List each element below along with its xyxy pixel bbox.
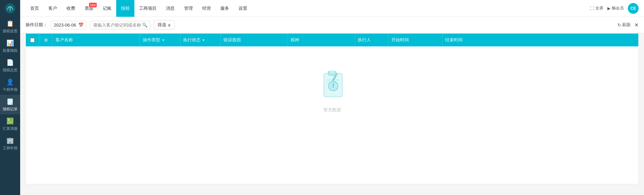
- sidebar: 📋 报税设置 📊 批量报税 📄 报税总览 👤 个税申报 🗒️ 报税记录 💹 汇算…: [0, 0, 20, 195]
- topnav: 首页客户收费票据new记账报税工商项目消息管理经营服务设置 ⛶ 全屏 ▶ 畅会员…: [20, 0, 644, 17]
- fullscreen-label: 全屏: [595, 5, 603, 11]
- sidebar-item-label: 个税申报: [3, 87, 17, 92]
- refresh-label: 刷新: [622, 22, 631, 28]
- settings-icon: ⚙: [44, 38, 48, 43]
- search-input[interactable]: [93, 23, 141, 28]
- close-button[interactable]: ✕: [634, 22, 639, 28]
- search-icon: 🔍: [142, 23, 147, 28]
- sidebar-item-label: 工商年报: [3, 146, 17, 151]
- th-settings[interactable]: ⚙: [39, 34, 53, 46]
- th-end-time: 结束时间: [442, 34, 483, 46]
- th-executor: 执行人: [355, 34, 389, 46]
- empty-illustration: !: [315, 67, 349, 104]
- sidebar-item-label: 批量报税: [3, 48, 17, 53]
- toolbar-right: ↻ 刷新 ✕: [617, 22, 639, 28]
- sidebar-item-tax-records[interactable]: 🗒️ 报税记录: [0, 95, 20, 114]
- topnav-item-home[interactable]: 首页: [26, 0, 44, 17]
- date-input[interactable]: 2023-06-06 📅: [51, 21, 87, 29]
- sidebar-item-tax-settings[interactable]: 📋 报税设置: [0, 17, 20, 36]
- topnav-item-business[interactable]: 工商项目: [134, 0, 161, 17]
- topnav-item-settings[interactable]: 设置: [234, 0, 252, 17]
- fullscreen-icon: ⛶: [590, 6, 594, 11]
- sort-icon: ▼: [202, 38, 205, 42]
- sort-icon: ▼: [162, 38, 165, 42]
- tax-overview-icon: 📄: [6, 58, 14, 67]
- date-value: 2023-06-06: [54, 23, 76, 28]
- reconciliation-icon: 💹: [6, 117, 14, 125]
- select-all-checkbox[interactable]: [30, 38, 35, 42]
- main-wrapper: 首页客户收费票据new记账报税工商项目消息管理经营服务设置 ⛶ 全屏 ▶ 畅会员…: [20, 0, 644, 195]
- annual-report-icon: 🏢: [6, 136, 14, 145]
- personal-tax-icon: 👤: [6, 78, 14, 86]
- th-operation-type[interactable]: 操作类型 ▼: [140, 34, 180, 46]
- date-label: 操作日期：: [26, 22, 47, 28]
- content: 操作日期： 2023-06-06 📅 🔍 筛选 ∨ ↻ 刷新 ✕: [20, 17, 644, 195]
- close-icon: ✕: [634, 22, 639, 28]
- vip-button[interactable]: ▶ 畅会员: [607, 5, 624, 11]
- search-box[interactable]: 🔍: [90, 21, 151, 29]
- th-start-time: 开始时间: [389, 34, 442, 46]
- refresh-button[interactable]: ↻ 刷新: [617, 22, 631, 28]
- topnav-item-customer[interactable]: 客户: [44, 0, 62, 17]
- chevron-down-icon: ∨: [168, 23, 171, 28]
- sidebar-item-label: 汇算清缴: [3, 126, 17, 131]
- sidebar-item-label: 报税总览: [3, 68, 17, 73]
- avatar[interactable]: CE: [628, 3, 639, 14]
- topnav-item-messages[interactable]: 消息: [161, 0, 179, 17]
- tax-records-icon: 🗒️: [6, 98, 14, 106]
- th-exec-status[interactable]: 执行状态 ▼: [180, 34, 221, 46]
- th-error-reason: 错误股因: [221, 34, 288, 46]
- sidebar-logo: [0, 0, 20, 17]
- sidebar-item-batch-tax[interactable]: 📊 批量报税: [0, 36, 20, 56]
- batch-tax-icon: 📊: [6, 39, 14, 47]
- th-checkbox[interactable]: [26, 34, 39, 46]
- sidebar-item-tax-overview[interactable]: 📄 报税总览: [0, 56, 20, 75]
- filter-label: 筛选: [158, 22, 166, 28]
- th-customer-name: 客户名称: [53, 34, 140, 46]
- fullscreen-button[interactable]: ⛶ 全屏: [590, 5, 603, 11]
- tax-settings-icon: 📋: [6, 20, 14, 28]
- empty-text: 暂无数据: [324, 107, 341, 113]
- topnav-item-accounting[interactable]: 记账: [98, 0, 116, 17]
- sidebar-item-personal-tax[interactable]: 👤 个税申报: [0, 75, 20, 95]
- sidebar-item-reconciliation[interactable]: 💹 汇算清缴: [0, 114, 20, 134]
- topnav-right: ⛶ 全屏 ▶ 畅会员 CE: [590, 3, 639, 14]
- th-tax-type: 税种: [288, 34, 355, 46]
- video-icon: ▶: [607, 6, 610, 11]
- topnav-item-invoice[interactable]: 票据new: [80, 0, 98, 17]
- empty-state: ! 暂无数据: [26, 46, 638, 133]
- toolbar: 操作日期： 2023-06-06 📅 🔍 筛选 ∨ ↻ 刷新 ✕: [20, 17, 644, 33]
- refresh-icon: ↻: [617, 23, 621, 28]
- table-header: ⚙ 客户名称 操作类型 ▼ 执行状态 ▼ 错误股因: [26, 34, 638, 46]
- svg-rect-3: [330, 70, 334, 73]
- badge-new: new: [89, 3, 97, 7]
- topnav-item-services[interactable]: 服务: [216, 0, 234, 17]
- topnav-item-finance[interactable]: 经营: [198, 0, 216, 17]
- sidebar-item-label: 报税记录: [3, 107, 17, 112]
- vip-label: 畅会员: [612, 5, 624, 11]
- table-wrapper: ⚙ 客户名称 操作类型 ▼ 执行状态 ▼ 错误股因: [26, 33, 639, 184]
- calendar-icon: 📅: [78, 23, 84, 28]
- sidebar-item-annual-report[interactable]: 🏢 工商年报: [0, 134, 20, 153]
- svg-text:!: !: [332, 83, 334, 89]
- topnav-item-management[interactable]: 管理: [179, 0, 198, 17]
- topnav-item-tax[interactable]: 报税: [116, 0, 134, 17]
- sidebar-item-label: 报税设置: [3, 29, 17, 34]
- topnav-item-billing[interactable]: 收费: [62, 0, 80, 17]
- filter-button[interactable]: 筛选 ∨: [154, 20, 175, 30]
